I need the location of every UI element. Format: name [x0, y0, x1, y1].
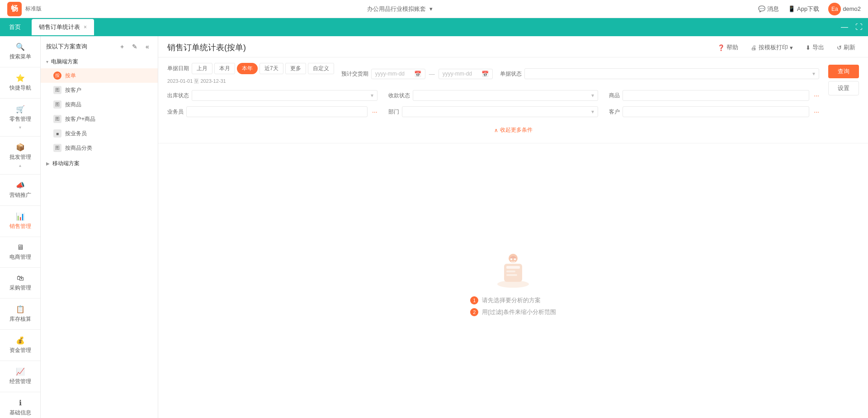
app-download-button[interactable]: 📱 App下载	[788, 5, 819, 13]
date-btn-7days[interactable]: 近7天	[259, 63, 283, 74]
user-menu[interactable]: Ea demo2	[828, 3, 861, 15]
date-btn-last-month[interactable]: 上月	[192, 63, 212, 74]
collapse-panel-button[interactable]: «	[142, 42, 152, 52]
sales-icon: 📊	[16, 212, 25, 221]
question-icon: ❓	[717, 44, 725, 51]
dept-select[interactable]: ▾	[402, 106, 599, 117]
filter-row-1: 单据日期 上月 本月 本年 近7天 更多 自定义 2023	[167, 63, 819, 85]
by-staff-icon: ■	[53, 129, 61, 138]
page-selector[interactable]: 办公用品行业模拟账套 ▾	[367, 5, 433, 13]
calendar-icon-start: 📅	[414, 71, 421, 77]
sidebar-item-purchase-label: 采购管理	[9, 284, 31, 292]
chevron-down-delivery: ▾	[371, 92, 373, 99]
tab-sales-order[interactable]: 销售订单统计表 ×	[32, 19, 94, 35]
help-button[interactable]: ❓ 帮助	[714, 42, 742, 53]
scheme-group-mobile-title[interactable]: ▶ 移动端方案	[41, 157, 158, 170]
sidebar-item-sales-label: 销售管理	[9, 223, 31, 230]
staff-more-button[interactable]: ···	[372, 108, 377, 115]
window-maximize-button[interactable]: ⛶	[854, 21, 864, 33]
query-button[interactable]: 查询	[828, 65, 859, 78]
logo-text: 标准版	[25, 5, 42, 13]
goods-input[interactable]	[623, 90, 809, 101]
payment-status-field: 收款状态 ▾	[388, 90, 599, 101]
svg-rect-3	[506, 271, 515, 272]
filter-right-buttons: 查询 设置	[828, 63, 859, 123]
scheme-item-by-cust-prod[interactable]: 图 按客户+商品	[41, 112, 158, 126]
date-btn-this-month[interactable]: 本月	[214, 63, 235, 74]
export-button[interactable]: ⬇ 导出	[802, 42, 828, 53]
sidebar-item-search-menu[interactable]: 🔍 搜索菜单	[0, 36, 40, 67]
tip-2-text: 用[过滤]条件来缩小分析范围	[482, 308, 556, 316]
date-btn-custom[interactable]: 自定义	[308, 63, 334, 74]
date-btn-this-year[interactable]: 本年	[237, 63, 258, 74]
refresh-label: 刷新	[844, 43, 855, 52]
staff-input[interactable]	[186, 106, 368, 117]
delivery-status-field: 出库状态 ▾	[167, 90, 377, 101]
scheme-item-by-category[interactable]: 图 按商品分类	[41, 141, 158, 155]
expected-date-end[interactable]: yyyy-mm-dd 📅	[439, 69, 493, 79]
page-actions: ❓ 帮助 🖨 按模板打印 ▾ ⬇ 导出 ↺ 刷新	[714, 42, 859, 53]
add-scheme-button[interactable]: +	[117, 42, 127, 52]
sidebar-item-purchase[interactable]: 🛍 采购管理	[0, 268, 40, 299]
filter-row-2: 出库状态 ▾ 收款状态 ▾	[167, 90, 819, 101]
operation-icon: 📈	[16, 367, 25, 376]
username: demo2	[843, 5, 861, 12]
content-area: 销售订单统计表(按单) ❓ 帮助 🖨 按模板打印 ▾ ⬇ 导出 ↺ 刷新	[158, 36, 868, 418]
sidebar-item-operation[interactable]: 📈 经营管理	[0, 361, 40, 392]
sidebar-item-inventory[interactable]: 📋 库存核算	[0, 299, 40, 330]
sidebar-item-retail[interactable]: 🛒 零售管理 ▾	[0, 99, 40, 137]
chevron-up-icon-wholesale: ▴	[19, 163, 21, 168]
dept-field: 部门 ▾	[388, 106, 599, 117]
scheme-group-desktop: ▾ 电脑端方案 按 按单 图 按客户 图 按商品 图 按客户+商品 ■ 按业务员	[41, 55, 158, 155]
refresh-button[interactable]: ↺ 刷新	[833, 42, 859, 53]
filter-area: 单据日期 上月 本月 本年 近7天 更多 自定义 2023	[158, 57, 868, 143]
tab-close-button[interactable]: ×	[84, 24, 87, 30]
customer-more-button[interactable]: ···	[814, 108, 819, 115]
app-download-label: App下载	[797, 5, 819, 13]
edit-scheme-button[interactable]: ✎	[130, 42, 140, 52]
scheme-item-by-product-label: 按商品	[65, 101, 81, 109]
scheme-item-by-product[interactable]: 图 按商品	[41, 97, 158, 112]
payment-status-select[interactable]: ▾	[413, 90, 599, 101]
print-button[interactable]: 🖨 按模板打印 ▾	[747, 42, 797, 53]
scheme-item-by-staff[interactable]: ■ 按业务员	[41, 126, 158, 141]
tabbar-actions: — ⛶	[839, 21, 868, 33]
bill-status-select[interactable]: ▾	[524, 68, 819, 79]
expected-date-start[interactable]: yyyy-mm-dd 📅	[371, 69, 425, 79]
ecommerce-icon: 🖥	[17, 243, 24, 252]
tab-home[interactable]: 首页	[0, 18, 30, 36]
sidebar-item-basic[interactable]: ℹ 基础信息	[0, 392, 40, 418]
topbar-left: 畅 标准版	[7, 2, 42, 16]
date-separator: —	[427, 71, 437, 77]
refresh-icon: ↺	[837, 44, 842, 51]
sidebar-item-marketing[interactable]: 📣 营销推广	[0, 175, 40, 206]
date-btn-more[interactable]: 更多	[285, 63, 306, 74]
delivery-status-select[interactable]: ▾	[192, 90, 377, 101]
message-button[interactable]: 💬 消息	[758, 5, 779, 13]
collapse-more-button[interactable]: ∧ 收起更多条件	[167, 123, 859, 138]
purchase-icon: 🛍	[17, 274, 24, 282]
scheme-item-by-order[interactable]: 按 按单	[41, 68, 158, 83]
sidebar-item-quick-nav[interactable]: ⭐ 快捷导航	[0, 67, 40, 99]
sidebar-item-ecommerce[interactable]: 🖥 电商管理	[0, 237, 40, 268]
expected-date-label: 预计交货期	[341, 70, 368, 78]
filter-row-3: 业务员 ··· 部门 ▾ 客户	[167, 106, 819, 117]
bill-status-field: 单据状态 ▾	[500, 68, 819, 79]
scheme-group-desktop-title[interactable]: ▾ 电脑端方案	[41, 55, 158, 68]
search-icon: 🔍	[16, 43, 25, 51]
sidebar-item-finance[interactable]: 💰 资金管理	[0, 330, 40, 361]
goods-more-button[interactable]: ···	[814, 92, 819, 99]
sidebar-item-sales[interactable]: 📊 销售管理	[0, 206, 40, 237]
window-minimize-button[interactable]: —	[839, 21, 850, 33]
customer-input[interactable]	[623, 106, 809, 117]
scheme-item-by-customer[interactable]: 图 按客户	[41, 83, 158, 97]
topbar: 畅 标准版 办公用品行业模拟账套 ▾ 💬 消息 📱 App下载 Ea demo2	[0, 0, 868, 18]
sidebar-item-search-label: 搜索菜单	[9, 53, 31, 61]
sidebar-item-wholesale[interactable]: 📦 批发管理 ▴	[0, 137, 40, 175]
settings-button[interactable]: 设置	[828, 81, 859, 95]
sidebar-item-marketing-label: 营销推广	[9, 191, 31, 199]
by-order-icon: 按	[53, 71, 61, 80]
goods-field: 商品 ···	[609, 90, 819, 101]
main-layout: 🔍 搜索菜单 ⭐ 快捷导航 🛒 零售管理 ▾ 📦 批发管理 ▴ 📣 营销推广 📊…	[0, 36, 868, 418]
message-icon: 💬	[758, 5, 765, 12]
